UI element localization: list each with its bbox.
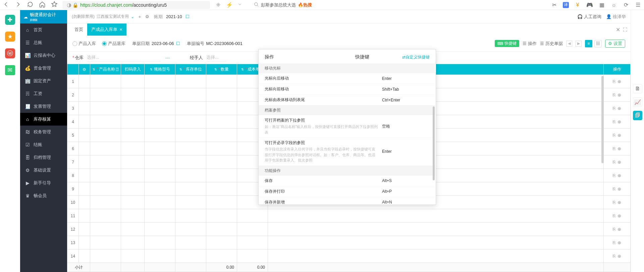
svg-point-0: [255, 3, 258, 6]
scissors-icon[interactable]: ✂: [551, 2, 557, 8]
menu-icon[interactable]: ☰: [635, 2, 641, 8]
restore-icon[interactable]: ⟳: [623, 2, 629, 8]
lock-icon: 🔒: [72, 2, 78, 8]
qr-icon[interactable]: ⁜: [215, 2, 221, 8]
back-icon[interactable]: [3, 1, 9, 9]
star-icon[interactable]: [51, 1, 58, 9]
url-text: https://cloud.chanjet.com/accounting/uru…: [80, 2, 167, 8]
reload-icon[interactable]: [27, 1, 34, 9]
url-bar[interactable]: ◑ 🔒 https://cloud.chanjet.com/accounting…: [62, 1, 210, 9]
url-dropdown-icon[interactable]: [237, 2, 242, 8]
site-identity-icon: ◑: [66, 2, 72, 8]
forward-icon[interactable]: [15, 1, 21, 9]
browser-search-text[interactable]: 彭斯参加总统大选: [261, 2, 296, 8]
hot-search-badge[interactable]: 🔥热搜: [298, 2, 312, 8]
search-icon[interactable]: [254, 2, 259, 8]
grid-icon[interactable]: ▦: [598, 2, 605, 8]
translate-icon[interactable]: 译: [563, 2, 569, 8]
game-icon[interactable]: 🎮: [586, 2, 593, 8]
bolt-icon[interactable]: ⚡: [226, 2, 233, 8]
home-icon[interactable]: [39, 1, 46, 9]
brightness-icon[interactable]: ☼: [610, 2, 617, 8]
coin-icon[interactable]: ¥: [574, 2, 581, 8]
browser-toolbar: ◑ 🔒 https://cloud.chanjet.com/accounting…: [0, 0, 644, 10]
